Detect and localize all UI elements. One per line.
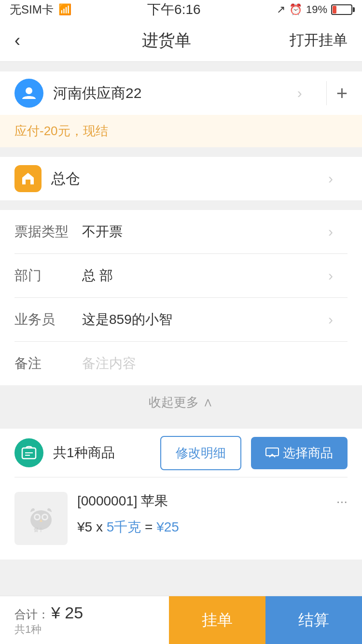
product-item: 督十 [0000001] 苹果 ¥5 x 5千克 = ¥25 ···: [0, 477, 362, 560]
collapse-button[interactable]: 收起更多 ∧: [0, 385, 362, 419]
remark-label: 备注: [14, 354, 82, 373]
chevron-right-icon: ›: [297, 85, 302, 101]
back-button[interactable]: ‹: [14, 30, 43, 51]
select-product-button[interactable]: 选择商品: [251, 437, 348, 469]
product-count-label: 共1种商品: [53, 444, 151, 462]
invoice-chevron-icon: ›: [328, 224, 333, 240]
product-section: 共1种商品 修改明细 选择商品 督十: [0, 429, 362, 560]
invoice-value: 不开票: [82, 223, 328, 241]
product-code: [0000001]: [77, 493, 138, 508]
supplier-notice: 应付-20元，现结: [0, 115, 362, 147]
alarm-icon: ⏰: [289, 3, 302, 16]
product-total: ¥25: [156, 519, 179, 534]
svg-rect-1: [26, 180, 30, 184]
total-row: 合计： ¥ 25: [14, 603, 154, 622]
page-title: 进货单: [142, 29, 191, 52]
product-name: [0000001] 苹果: [77, 492, 327, 510]
product-thumbnail: 督十: [14, 492, 68, 545]
product-header: 共1种商品 修改明细 选择商品: [0, 429, 362, 477]
remark-value[interactable]: 备注内容: [82, 354, 348, 373]
carrier-text: 无SIM卡: [10, 2, 54, 17]
warehouse-section: 总仓 ›: [0, 157, 362, 200]
price-value: ¥5: [77, 519, 92, 534]
hang-button[interactable]: 挂单: [169, 596, 265, 644]
price-separator: x: [96, 519, 107, 534]
separator-1: [0, 62, 362, 71]
warehouse-icon: [14, 165, 42, 192]
wifi-icon: 📶: [58, 3, 71, 16]
edit-detail-button[interactable]: 修改明细: [160, 436, 241, 470]
product-section-icon: [14, 438, 43, 467]
product-info: [0000001] 苹果 ¥5 x 5千克 = ¥25: [77, 492, 327, 545]
add-supplier-button[interactable]: +: [336, 83, 348, 104]
footer: 合计： ¥ 25 共1种 挂单 结算: [0, 596, 362, 644]
total-count: 共1种: [14, 622, 154, 637]
salesman-chevron-icon: ›: [328, 311, 333, 328]
separator-4: [0, 419, 362, 429]
footer-total: 合计： ¥ 25 共1种: [0, 596, 169, 644]
invoice-label: 票据类型: [14, 223, 82, 241]
salesman-value: 这是859的小智: [82, 310, 328, 329]
product-price: ¥5 x 5千克 = ¥25: [77, 518, 327, 536]
battery-icon: [331, 4, 352, 15]
total-label: 合计：: [14, 607, 49, 622]
supplier-row[interactable]: 河南供应商22 › +: [0, 71, 362, 115]
separator-3: [0, 200, 362, 210]
battery-percent: 19%: [306, 3, 327, 16]
status-right: ↗ ⏰ 19%: [277, 3, 352, 16]
product-qty: 5千克: [107, 519, 141, 534]
separator-2: [0, 147, 362, 157]
warehouse-name: 总仓: [51, 169, 328, 189]
nav-bar: ‹ 进货单 打开挂单: [0, 19, 362, 62]
collapse-label: 收起更多 ∧: [149, 394, 213, 411]
remark-row[interactable]: 备注 备注内容: [0, 342, 362, 385]
checkout-button[interactable]: 结算: [265, 596, 362, 644]
department-row[interactable]: 部门 总 部 ›: [0, 254, 362, 297]
warehouse-row[interactable]: 总仓 ›: [0, 157, 362, 200]
warehouse-chevron-icon: ›: [328, 170, 333, 187]
svg-text:督十: 督十: [34, 527, 43, 532]
supplier-name: 河南供应商22: [53, 84, 297, 103]
product-more-button[interactable]: ···: [336, 492, 348, 545]
invoice-type-row[interactable]: 票据类型 不开票 ›: [0, 210, 362, 253]
supplier-avatar: [14, 79, 43, 108]
department-chevron-icon: ›: [328, 267, 333, 284]
supplier-divider: [326, 81, 327, 105]
equals-sign: =: [145, 519, 156, 534]
status-left: 无SIM卡 📶: [10, 2, 71, 17]
svg-point-10: [43, 515, 47, 519]
select-product-label: 选择商品: [283, 445, 333, 462]
salesman-label: 业务员: [14, 310, 82, 329]
salesman-row[interactable]: 业务员 这是859的小智 ›: [0, 298, 362, 341]
supplier-section: 河南供应商22 › + 应付-20元，现结: [0, 71, 362, 147]
location-icon: ↗: [277, 3, 285, 16]
department-value: 总 部: [82, 266, 328, 285]
svg-point-9: [35, 515, 39, 519]
svg-point-0: [26, 87, 32, 94]
total-amount: ¥ 25: [51, 603, 83, 622]
form-section: 票据类型 不开票 › 部门 总 部 › 业务员 这是859的小智 › 备注 备注…: [0, 210, 362, 385]
department-label: 部门: [14, 266, 82, 285]
open-pending-button[interactable]: 打开挂单: [290, 30, 348, 50]
status-bar: 无SIM卡 📶 下午6:16 ↗ ⏰ 19%: [0, 0, 362, 19]
status-time: 下午6:16: [147, 0, 201, 19]
product-title: 苹果: [141, 493, 168, 508]
